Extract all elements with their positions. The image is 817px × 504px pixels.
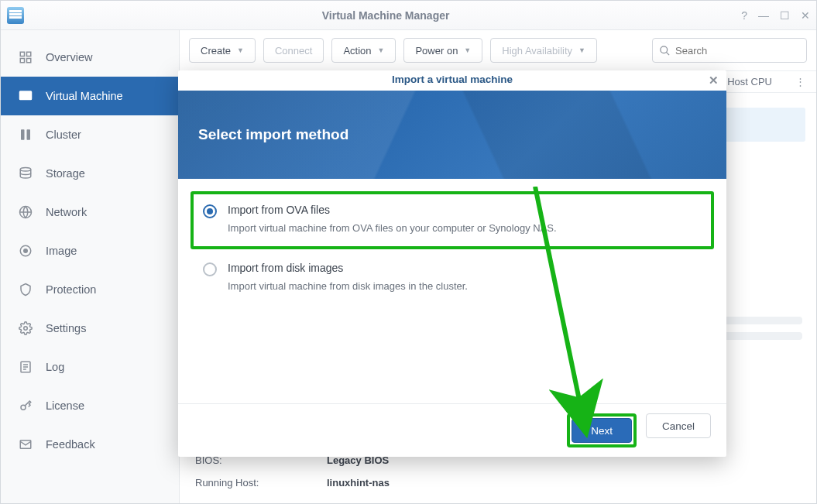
- search-input[interactable]: [675, 45, 805, 57]
- sidebar-item-label: Feedback: [46, 438, 95, 451]
- sidebar-item-label: Protection: [46, 283, 96, 296]
- svg-point-19: [661, 46, 668, 53]
- shield-icon: [18, 282, 33, 297]
- sidebar-item-storage[interactable]: Storage: [1, 154, 179, 193]
- modal-title-bar: Import a virtual machine ✕: [178, 70, 726, 91]
- minimize-icon[interactable]: —: [758, 9, 769, 22]
- svg-rect-3: [27, 59, 31, 63]
- sidebar-item-label: Storage: [46, 167, 85, 180]
- log-icon: [18, 359, 33, 375]
- key-icon: [18, 398, 33, 413]
- modal-heading: Select import method: [198, 126, 348, 143]
- toolbar: Create▼ Connect Action▼ Power on▼ High A…: [180, 30, 816, 71]
- connect-button[interactable]: Connect: [263, 38, 324, 63]
- highlight-box-next: Next: [567, 413, 637, 447]
- detail-value: linuxhint-nas: [327, 477, 390, 489]
- next-button[interactable]: Next: [572, 418, 632, 443]
- column-host-cpu: Host CPU: [727, 76, 772, 87]
- search-icon: [659, 45, 671, 57]
- poweron-button[interactable]: Power on▼: [403, 38, 482, 63]
- svg-rect-5: [22, 94, 29, 98]
- modal-close-icon[interactable]: ✕: [709, 74, 719, 87]
- sidebar-item-label: Overview: [46, 51, 92, 63]
- modal-banner: Select import method: [178, 91, 726, 179]
- svg-rect-7: [27, 129, 31, 140]
- option-title: Import from disk images: [228, 262, 468, 274]
- help-icon[interactable]: ?: [741, 9, 747, 22]
- column-menu-icon[interactable]: ⋮: [795, 76, 805, 87]
- sidebar-item-network[interactable]: Network: [1, 193, 179, 231]
- create-button[interactable]: Create▼: [189, 38, 256, 63]
- sidebar-item-settings[interactable]: Settings: [1, 309, 179, 348]
- sidebar-item-label: Settings: [46, 322, 86, 334]
- ha-button[interactable]: High Availability▼: [490, 38, 597, 63]
- modal-body: Import from OVA files Import virtual mac…: [178, 179, 726, 372]
- option-desc: Import virtual machine from OVA files on…: [228, 222, 557, 234]
- svg-point-12: [24, 327, 28, 331]
- network-icon: [18, 204, 33, 220]
- cluster-icon: [18, 127, 33, 142]
- storage-icon: [18, 166, 33, 181]
- vm-icon: [18, 88, 33, 104]
- cancel-button[interactable]: Cancel: [646, 413, 711, 438]
- sidebar-item-label: License: [46, 399, 84, 412]
- radio-unselected-icon[interactable]: [203, 262, 217, 276]
- sidebar-item-log[interactable]: Log: [1, 348, 179, 386]
- highlight-box-option-1: Import from OVA files Import virtual mac…: [191, 191, 714, 249]
- svg-line-20: [666, 52, 669, 55]
- mail-icon: [18, 437, 33, 452]
- app-icon: [7, 7, 24, 24]
- option-title: Import from OVA files: [228, 204, 557, 216]
- overview-icon: [18, 50, 33, 65]
- sidebar-item-overview[interactable]: Overview: [1, 38, 179, 77]
- sidebar-item-feedback[interactable]: Feedback: [1, 425, 179, 464]
- gear-icon: [18, 321, 33, 336]
- radio-selected-icon[interactable]: [203, 204, 217, 218]
- svg-rect-6: [21, 129, 25, 140]
- svg-rect-2: [20, 59, 24, 63]
- sidebar-item-virtual-machine[interactable]: Virtual Machine: [1, 77, 179, 115]
- titlebar: Virtual Machine Manager ? — ☐ ✕: [1, 1, 816, 30]
- sidebar-item-label: Log: [46, 361, 64, 373]
- sidebar-item-label: Cluster: [46, 129, 81, 141]
- option-ova[interactable]: Import from OVA files Import virtual mac…: [200, 196, 705, 242]
- sidebar-item-image[interactable]: Image: [1, 231, 179, 270]
- option-desc: Import virtual machine from disk images …: [228, 280, 468, 292]
- svg-rect-0: [20, 52, 24, 56]
- image-icon: [18, 243, 33, 259]
- action-button[interactable]: Action▼: [331, 38, 396, 63]
- app-window: Virtual Machine Manager ? — ☐ ✕ Overview…: [0, 0, 817, 504]
- sidebar-item-label: Image: [46, 245, 77, 257]
- modal-title: Import a virtual machine: [392, 74, 513, 85]
- modal-footer: Next Cancel: [178, 403, 726, 457]
- detail-label: Running Host:: [195, 477, 327, 489]
- svg-point-8: [20, 168, 31, 172]
- option-disk-images[interactable]: Import from disk images Import virtual m…: [200, 254, 705, 300]
- sidebar: Overview Virtual Machine Cluster Storage…: [1, 30, 180, 503]
- app-title: Virtual Machine Manager: [30, 9, 741, 22]
- svg-point-11: [24, 249, 28, 253]
- import-modal: Import a virtual machine ✕ Select import…: [178, 70, 726, 457]
- search-box[interactable]: [652, 38, 807, 63]
- sidebar-item-protection[interactable]: Protection: [1, 270, 179, 309]
- sidebar-item-license[interactable]: License: [1, 386, 179, 425]
- close-icon[interactable]: ✕: [801, 9, 810, 22]
- sidebar-item-cluster[interactable]: Cluster: [1, 115, 179, 154]
- sidebar-item-label: Virtual Machine: [46, 90, 123, 102]
- detail-row-host: Running Host: linuxhint-nas: [180, 471, 816, 494]
- sidebar-item-label: Network: [46, 206, 87, 218]
- maximize-icon[interactable]: ☐: [780, 9, 790, 22]
- svg-rect-1: [27, 52, 31, 56]
